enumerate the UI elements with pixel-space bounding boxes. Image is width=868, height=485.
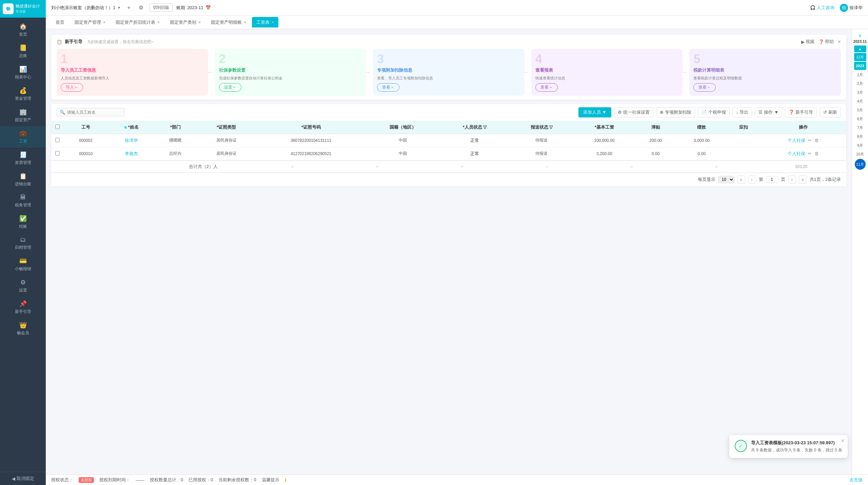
calendar-month-4[interactable]: 4月	[854, 97, 866, 105]
tab-fixed-assets-detail-close[interactable]: ×	[244, 20, 246, 25]
deduction-icon: ⊕	[660, 110, 664, 115]
guide-title-text: 新手引导	[65, 39, 82, 45]
add-employee-button[interactable]: 添加人员 ▼	[578, 107, 611, 117]
row1-name-link[interactable]: 徐泽华	[125, 138, 138, 143]
notification-close-button[interactable]: ×	[841, 438, 844, 444]
recharge-link[interactable]: 去充值	[849, 477, 863, 483]
tab-fixed-assets-mgmt[interactable]: 固定资产管理 ×	[70, 17, 110, 27]
row1-edit-icon[interactable]: ✏	[808, 138, 812, 143]
operations-button[interactable]: ☰ 操作 ▼	[755, 107, 782, 117]
th-employee-status[interactable]: *人员状态 ▽	[440, 121, 509, 134]
pagination: 每页显示 10 20 50 « ‹ 第 页 › » 共1页，2条记录	[51, 172, 846, 186]
guide-steps: 1 导入员工工资信息 人员信息及工资数据新增导入 导入＞ 2 社保参数设置 完成…	[57, 49, 841, 96]
last-page-button[interactable]: »	[799, 175, 807, 184]
page-size-select[interactable]: 10 20 50	[718, 176, 734, 183]
row1-personal-insurance-link[interactable]: 个人社保	[788, 137, 805, 144]
tab-fixed-assets-category-close[interactable]: ×	[198, 20, 201, 25]
step-btn-1[interactable]: 导入＞	[61, 83, 83, 92]
row2-edit-icon[interactable]: ✏	[808, 151, 812, 156]
add-account-button[interactable]: +	[124, 3, 134, 13]
select-all-checkbox[interactable]	[55, 125, 60, 129]
calendar-nav-up[interactable]: ▲	[854, 45, 866, 52]
calendar-month-3[interactable]: 3月	[854, 88, 866, 96]
calendar-month-12[interactable]: 12月	[854, 53, 866, 61]
guide-video-link[interactable]: ▶ 视频	[801, 39, 814, 45]
sidebar-item-tax[interactable]: 🏛 税务管理	[0, 190, 46, 211]
step-btn-3[interactable]: 查看＞	[377, 83, 399, 92]
guide-button[interactable]: ❓ 新手引导	[785, 107, 817, 117]
row1-delete-icon[interactable]: 🗑	[814, 138, 819, 143]
sidebar-item-settings[interactable]: ⚙ 设置	[0, 275, 46, 297]
step-btn-5[interactable]: 查看＞	[693, 83, 716, 92]
switch-old-version-button[interactable]: 切到旧版	[149, 3, 173, 12]
sidebar-item-expense[interactable]: 💳 小畅报销	[0, 254, 46, 275]
tab-payroll-table[interactable]: 工资表 ×	[252, 17, 278, 27]
row2-personal-insurance-link[interactable]: 个人社保	[788, 151, 805, 157]
th-name[interactable]: ⇅ *姓名	[108, 121, 155, 134]
calendar-icon[interactable]: 📅	[205, 5, 211, 10]
sidebar-item-sales-purchase[interactable]: 📋 进销台账	[0, 169, 46, 190]
row2-performance: 0.00	[677, 147, 727, 160]
row1-checkbox[interactable]	[55, 138, 60, 142]
calendar-month-8[interactable]: 8月	[854, 132, 866, 141]
sidebar-item-fixed-assets[interactable]: 🏢 固定资产	[0, 105, 46, 126]
guide-help-link[interactable]: ❓ 帮助	[818, 39, 834, 45]
first-page-button[interactable]: «	[737, 175, 745, 184]
guide-close-button[interactable]: ×	[838, 39, 841, 45]
special-deduction-button[interactable]: ⊕ 专项附加扣除	[656, 107, 695, 117]
user-menu-button[interactable]: 徐 徐泽华	[840, 4, 863, 12]
sidebar-item-general-ledger[interactable]: 📒 总账	[0, 41, 46, 62]
step-btn-2[interactable]: 设置＞	[219, 83, 241, 92]
calendar-month-7[interactable]: 7月	[854, 124, 866, 132]
calendar-month-1[interactable]: 1月	[854, 71, 866, 79]
tab-home[interactable]: 首页	[51, 17, 69, 27]
operations-arrow: ▼	[774, 110, 778, 115]
tab-fixed-assets-mgmt-close[interactable]: ×	[103, 20, 105, 25]
export-button[interactable]: ↓ 导出	[732, 107, 752, 117]
calendar-month-10[interactable]: 10月	[854, 150, 866, 158]
prev-page-button[interactable]: ‹	[748, 175, 756, 184]
sidebar-item-invoice[interactable]: 🧾 发票管理	[0, 148, 46, 169]
row2-name-link[interactable]: 李俊杰	[125, 151, 138, 156]
refresh-button[interactable]: ↺ 刷新	[820, 107, 841, 117]
tab-fixed-assets-depreciation-close[interactable]: ×	[157, 20, 160, 25]
row2-delete-icon[interactable]: 🗑	[814, 151, 819, 156]
sidebar-item-home[interactable]: 🏠 首页	[0, 19, 46, 41]
tab-fixed-assets-depreciation[interactable]: 固定资产折旧统计表 ×	[111, 17, 164, 27]
tax-icon-btn: 📄	[702, 110, 707, 115]
period-selector[interactable]: 账期 2023-11 📅	[176, 5, 211, 11]
customer-service-button[interactable]: 🎧 人工咨询	[810, 5, 834, 11]
membership-icon: 👑	[19, 321, 27, 329]
account-selector[interactable]: 刘小艳演示账套（勿删勿动！）1 ▼	[51, 5, 121, 11]
search-input[interactable]	[67, 110, 121, 115]
sidebar-item-report-center[interactable]: 📊 报表中心	[0, 62, 46, 83]
app-sub: 专业版	[16, 9, 40, 14]
sidebar-item-membership[interactable]: 👑 畅会员	[0, 318, 46, 339]
sidebar-unpin-button[interactable]: ◀ 取消固定	[0, 472, 46, 485]
account-settings-button[interactable]: ⚙	[136, 3, 146, 13]
sidebar-item-closing[interactable]: ✅ 结账	[0, 211, 46, 233]
social-insurance-button[interactable]: ⚙ 统一社保设置	[614, 107, 653, 117]
th-report-status[interactable]: 报送状态 ▽	[509, 121, 574, 134]
tab-payroll-table-close[interactable]: ×	[272, 20, 274, 25]
sidebar-item-payroll[interactable]: 💼 工资	[0, 126, 46, 148]
row2-checkbox[interactable]	[55, 151, 60, 155]
step-num-4: 4	[535, 53, 679, 65]
calendar-year-2023[interactable]: 2023	[854, 62, 866, 70]
sidebar-item-new-guide[interactable]: 📌 新手引导	[0, 297, 46, 318]
sidebar-item-archive[interactable]: 🗂 归档管理	[0, 233, 46, 254]
tax-return-button[interactable]: 📄 个税申报	[698, 107, 730, 117]
tab-fixed-assets-detail[interactable]: 固定资产明细账 ×	[206, 17, 251, 27]
tab-fixed-assets-category[interactable]: 固定资产类别 ×	[165, 17, 205, 27]
step-btn-4[interactable]: 查看＞	[535, 83, 558, 92]
calendar-month-2[interactable]: 2月	[854, 79, 866, 88]
current-page-input[interactable]	[766, 176, 778, 183]
sidebar-item-fund-management[interactable]: 💰 资金管理	[0, 83, 46, 105]
account-dropdown-icon[interactable]: ▼	[117, 6, 121, 10]
calendar-month-5[interactable]: 5月	[854, 106, 866, 114]
next-page-button[interactable]: ›	[788, 175, 796, 184]
calendar-month-6[interactable]: 6月	[854, 115, 866, 123]
calendar-collapse-button[interactable]: «	[859, 33, 862, 39]
calendar-month-9[interactable]: 9月	[854, 141, 866, 149]
calendar-month-11-active[interactable]: 11月	[855, 159, 866, 170]
